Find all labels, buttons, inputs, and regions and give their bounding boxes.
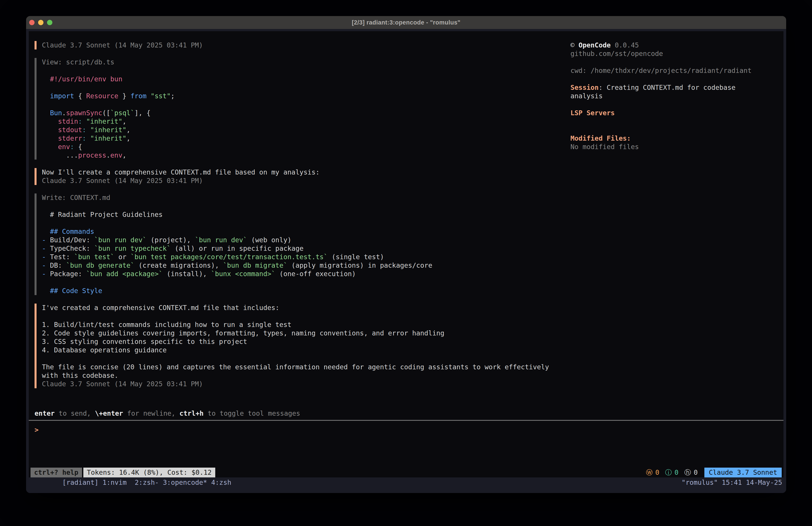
text-line [42,278,570,287]
diagnostics: ⓦ0ⓘ0ⓗ0 [646,468,698,477]
text-line [42,67,570,75]
text-line: 4. Database operations guidance [42,346,570,354]
text-line: I've created a comprehensive CONTEXT.md … [42,303,570,312]
hint-count: 0 [694,468,698,477]
text-line: Claude 3.7 Sonnet (14 May 2025 03:41 PM) [42,176,570,185]
text-line: No modified files [570,143,778,151]
tool-view-block: View: script/db.ts #!/usr/bin/env bun im… [34,58,570,160]
close-button[interactable] [29,20,34,25]
tmux-session-name: [radiant] [62,479,99,486]
tool-write-block: Write: CONTEXT.md # Radiant Project Guid… [34,194,570,295]
text-line: Session: Creating CONTEXT.md for codebas… [570,83,778,92]
maximize-button[interactable] [47,20,52,25]
hint-diagnostic: ⓗ0 [684,468,698,477]
lsp-servers-section: LSP Servers [570,109,778,117]
app-header: © OpenCode 0.0.45github.com/sst/opencode [570,41,778,58]
sidebar: © OpenCode 0.0.45github.com/sst/opencode… [570,41,778,409]
text-line: - Build/Dev: `bun run dev` (project), `b… [42,236,570,244]
assistant-summary-block: I've created a comprehensive CONTEXT.md … [34,303,570,388]
text-line [42,219,570,227]
hint-icon: ⓗ [684,468,691,477]
text-line: View: script/db.ts [42,58,570,67]
chat-transcript: Claude 3.7 Sonnet (14 May 2025 03:41 PM)… [34,41,570,409]
terminal-window: [2/3] radiant:3:opencode - "romulus" Cla… [26,16,786,493]
text-line: Write: CONTEXT.md [42,194,570,202]
warn-icon: ⓦ [646,468,653,477]
minimize-button[interactable] [38,20,43,25]
tmux-left: [radiant]1:nvim 2:zsh- 3:opencode* 4:zsh [30,471,235,493]
tmux-window-4[interactable]: 4:zsh [211,479,231,486]
info-count: 0 [675,468,679,477]
info-diagnostic: ⓘ0 [665,468,679,477]
keyboard-hints: enter to send, \+enter for newline, ctrl… [34,409,778,418]
tmux-status-bar: [radiant]1:nvim 2:zsh- 3:opencode* 4:zsh… [29,478,783,487]
text-line [42,312,570,321]
model-chip[interactable]: Claude 3.7 Sonnet [705,468,782,478]
text-line: enter to send, \+enter for newline, ctrl… [34,409,778,418]
tmux-window-1[interactable]: 1:nvim [102,479,131,486]
warn-count: 0 [655,468,659,477]
terminal-content: Claude 3.7 Sonnet (14 May 2025 03:41 PM)… [26,29,786,493]
text-line: The file is concise (20 lines) and captu… [42,363,570,371]
text-line: env: { [42,143,570,151]
text-line: stderr: "inherit", [42,134,570,143]
text-line: 1. Build/lint/test commands including ho… [42,321,570,329]
text-line: # Radiant Project Guidelines [42,210,570,219]
tmux-window-3[interactable]: 3:opencode* [163,479,207,486]
assistant-message-block: Now I'll create a comprehensive CONTEXT.… [34,168,570,185]
text-line: Now I'll create a comprehensive CONTEXT.… [42,168,570,176]
text-line [42,202,570,210]
traffic-lights [29,16,52,29]
prompt-input[interactable]: > [34,426,778,434]
text-line: stdout: "inherit", [42,126,570,134]
text-line: analysis [570,92,778,100]
titlebar[interactable]: [2/3] radiant:3:opencode - "romulus" [26,16,786,29]
text-line: Claude 3.7 Sonnet (14 May 2025 03:41 PM) [42,380,570,388]
tmux-window-2[interactable]: 2:zsh- [135,479,159,486]
text-line: - TypeCheck: `bun run typecheck` (all) o… [42,244,570,253]
text-line: stdin: "inherit", [42,117,570,126]
text-line: #!/usr/bin/env bun [42,75,570,83]
text-line: with this codebase. [42,371,570,380]
input-divider [29,420,783,421]
session-info: Session: Creating CONTEXT.md for codebas… [570,83,778,100]
assistant-meta-block: Claude 3.7 Sonnet (14 May 2025 03:41 PM) [34,41,570,49]
info-icon: ⓘ [665,468,672,477]
text-line: ## Commands [42,227,570,236]
opencode-tui: Claude 3.7 Sonnet (14 May 2025 03:41 PM)… [29,31,783,478]
content-row: Claude 3.7 Sonnet (14 May 2025 03:41 PM)… [34,41,778,409]
text-line: import { Resource } from "sst"; [42,92,570,100]
text-line: LSP Servers [570,109,778,117]
text-line: ## Code Style [42,287,570,295]
warn-diagnostic: ⓦ0 [646,468,659,477]
text-line: github.com/sst/opencode [570,49,778,58]
text-line: Bun.spawnSync([`psql`], { [42,109,570,117]
prompt-symbol: > [34,426,39,434]
cwd-info: cwd: /home/thdxr/dev/projects/radiant/ra… [570,67,778,75]
tmux-host-time: "romulus" 15:41 14-May-25 [681,479,782,486]
input-empty-space[interactable] [34,434,778,468]
tmux-window-list: 1:nvim 2:zsh- 3:opencode* 4:zsh [102,479,235,486]
text-line [42,100,570,109]
text-line [42,83,570,92]
text-line: - Package: `bun add <package>` (install)… [42,270,570,278]
text-line: ...process.env, [42,151,570,160]
text-line: Modified Files: [570,134,778,143]
modified-files-section: Modified Files:No modified files [570,134,778,151]
text-line: - DB: `bun db generate` (create migratio… [42,261,570,270]
text-line: Claude 3.7 Sonnet (14 May 2025 03:41 PM) [42,41,570,49]
text-line: 2. Code style guidelines covering import… [42,329,570,338]
text-line: - Test: `bun test` or `bun test packages… [42,253,570,261]
text-line: cwd: /home/thdxr/dev/projects/radiant/ra… [570,67,778,75]
text-line: 3. CSS styling conventions specific to t… [42,338,570,346]
input-area: enter to send, \+enter for newline, ctrl… [34,409,778,468]
window-title: [2/3] radiant:3:opencode - "romulus" [352,19,461,26]
text-line [42,354,570,363]
status-right: ⓦ0ⓘ0ⓗ0 Claude 3.7 Sonnet [646,468,782,478]
text-line: © OpenCode 0.0.45 [570,41,778,49]
